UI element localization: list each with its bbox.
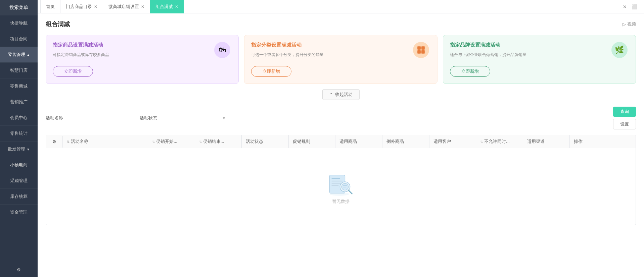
close-window-button[interactable]: ✕ bbox=[621, 3, 629, 10]
tab-wechat-shop[interactable]: 微商城店铺设置 ✕ bbox=[103, 0, 150, 13]
activity-name-input[interactable] bbox=[66, 114, 133, 122]
product-card-icon: 🛍 bbox=[214, 42, 230, 58]
page-header: 组合满减 ▷ 视频 bbox=[46, 20, 636, 28]
th-applicable-goods: 适用商品 bbox=[335, 135, 382, 148]
brand-card-title: 指定品牌设置满减活动 bbox=[450, 42, 629, 48]
th-applicable-channel: 适用渠道 bbox=[523, 135, 570, 148]
product-card: 指定商品设置满减活动 🛍 可指定滞销商品或库存较多商品 立即新增 bbox=[46, 35, 239, 84]
svg-rect-9 bbox=[332, 185, 339, 186]
tab-close-combo-discount[interactable]: ✕ bbox=[175, 4, 178, 9]
th-promo-start[interactable]: ⇅ 促销开始... bbox=[148, 135, 195, 148]
svg-rect-7 bbox=[332, 181, 343, 182]
collapse-activities-button[interactable]: ⌃ 收起活动 bbox=[322, 89, 360, 100]
settings-icon[interactable]: ⚙ bbox=[0, 263, 38, 277]
svg-point-11 bbox=[342, 183, 349, 190]
chevron-down-icon: ▼ bbox=[27, 148, 30, 151]
tab-product-catalog[interactable]: 门店商品目录 ✕ bbox=[60, 0, 103, 13]
product-card-desc: 可指定滞销商品或库存较多商品 bbox=[53, 52, 232, 58]
sidebar-item-retail-mgmt[interactable]: 零售管理 ▲ bbox=[0, 47, 38, 63]
sidebar-item-inventory-calc[interactable]: 库存核算 bbox=[0, 189, 38, 205]
gear-icon: ⚙ bbox=[52, 139, 56, 144]
chevron-up-icon: ▲ bbox=[27, 53, 30, 57]
sidebar-item-fund-mgmt[interactable]: 资金管理 bbox=[0, 205, 38, 220]
brand-card-desc: 适合与上游企业联合做营销，提升品牌销量 bbox=[450, 52, 629, 58]
category-card-icon bbox=[413, 42, 429, 58]
setting-button[interactable]: 设置 bbox=[613, 119, 636, 129]
sidebar-item-retail-mall[interactable]: 零售商城 bbox=[0, 78, 38, 94]
data-table: ⚙ ⇅ 活动名称 ⇅ 促销开始... ⇅ 促销结束... 活动状态 bbox=[46, 135, 636, 225]
tab-close-product-catalog[interactable]: ✕ bbox=[94, 4, 97, 9]
filter-buttons: 查询 设置 bbox=[613, 107, 636, 129]
sidebar-item-xiaochangec[interactable]: 小畅电商 bbox=[0, 157, 38, 173]
page-content: 组合满减 ▷ 视频 指定商品设置满减活动 🛍 可指定滞销商品或库存较多商品 立即… bbox=[38, 13, 644, 277]
filter-row: 活动名称 活动状态 ▼ 查询 设置 bbox=[46, 107, 636, 129]
empty-state: 暂无数据 bbox=[46, 148, 636, 225]
main-area: 首页 门店商品目录 ✕ 微商城店铺设置 ✕ 组合满减 ✕ ✕ ⬜ 组合满减 ▷ … bbox=[38, 0, 644, 277]
th-applicable-customer: 适用客户 bbox=[429, 135, 476, 148]
sidebar-item-wholesale-mgmt[interactable]: 批发管理 ▼ bbox=[0, 142, 38, 157]
th-activity-status: 活动状态 bbox=[242, 135, 289, 148]
empty-illustration bbox=[324, 168, 358, 199]
maximize-window-button[interactable]: ⬜ bbox=[631, 3, 638, 10]
window-controls: ✕ ⬜ bbox=[618, 3, 641, 10]
sidebar-item-smart-store[interactable]: 智慧门店 bbox=[0, 63, 38, 78]
product-card-add-button[interactable]: 立即新增 bbox=[53, 66, 93, 77]
sidebar-item-purchase-mgmt[interactable]: 采购管理 bbox=[0, 173, 38, 189]
filter-name-item: 活动名称 bbox=[46, 114, 133, 122]
sidebar-item-quick-nav[interactable]: 快捷导航 bbox=[0, 15, 38, 31]
page-title: 组合满减 bbox=[46, 20, 70, 28]
svg-line-13 bbox=[349, 190, 352, 194]
sort-icon: ⇅ bbox=[480, 140, 483, 144]
video-link[interactable]: ▷ 视频 bbox=[623, 21, 636, 27]
filter-status-item: 活动状态 ▼ bbox=[140, 114, 227, 122]
activity-name-label: 活动名称 bbox=[46, 115, 63, 121]
th-promo-end[interactable]: ⇅ 促销结束... bbox=[195, 135, 242, 148]
sidebar-item-marketing[interactable]: 营销推广 bbox=[0, 94, 38, 110]
play-icon: ▷ bbox=[623, 22, 626, 27]
sidebar-item-project-contract[interactable]: 项目合同 bbox=[0, 31, 38, 47]
tab-bar: 首页 门店商品目录 ✕ 微商城店铺设置 ✕ 组合满减 ✕ ✕ ⬜ bbox=[38, 0, 644, 13]
th-promo-rule: 促销规则 bbox=[289, 135, 336, 148]
sort-icon: ⇅ bbox=[152, 140, 155, 144]
category-card-desc: 可选一个或者多个分类，提升分类的销量 bbox=[251, 52, 430, 58]
tab-combo-discount[interactable]: 组合满减 ✕ bbox=[150, 0, 184, 13]
th-no-concurrent[interactable]: ⇅ 不允许同时... bbox=[476, 135, 523, 148]
sidebar-search[interactable]: 搜索菜单 bbox=[0, 0, 38, 15]
svg-rect-8 bbox=[332, 183, 341, 184]
activity-status-select-wrapper: ▼ bbox=[160, 114, 227, 122]
brand-card-add-button[interactable]: 立即新增 bbox=[450, 66, 490, 77]
chevron-up-icon: ⌃ bbox=[329, 92, 333, 97]
brand-card: 指定品牌设置满减活动 🌿 适合与上游企业联合做营销，提升品牌销量 立即新增 bbox=[443, 35, 636, 84]
th-gear[interactable]: ⚙ bbox=[46, 136, 63, 148]
activity-status-select[interactable] bbox=[160, 114, 227, 122]
th-operations: 操作 bbox=[570, 135, 636, 148]
svg-rect-1 bbox=[421, 46, 425, 50]
query-button[interactable]: 查询 bbox=[613, 107, 636, 117]
product-card-title: 指定商品设置满减活动 bbox=[53, 42, 232, 48]
th-activity-name[interactable]: ⇅ 活动名称 bbox=[63, 135, 148, 148]
category-card-add-button[interactable]: 立即新增 bbox=[251, 66, 291, 77]
empty-text: 暂无数据 bbox=[332, 199, 350, 205]
sidebar: 搜索菜单 快捷导航 项目合同 零售管理 ▲ 智慧门店 零售商城 营销推广 会员中… bbox=[0, 0, 38, 277]
th-exception-goods: 例外商品 bbox=[382, 135, 429, 148]
cards-row: 指定商品设置满减活动 🛍 可指定滞销商品或库存较多商品 立即新增 指定分类设置满… bbox=[46, 35, 636, 84]
sort-icon: ⇅ bbox=[67, 140, 70, 144]
tab-home[interactable]: 首页 bbox=[40, 0, 60, 13]
table-header: ⚙ ⇅ 活动名称 ⇅ 促销开始... ⇅ 促销结束... 活动状态 bbox=[46, 135, 636, 148]
activity-status-label: 活动状态 bbox=[140, 115, 157, 121]
svg-rect-0 bbox=[417, 46, 421, 50]
collapse-row: ⌃ 收起活动 bbox=[46, 89, 636, 100]
tab-close-wechat-shop[interactable]: ✕ bbox=[141, 4, 144, 9]
brand-card-icon: 🌿 bbox=[611, 42, 628, 58]
svg-rect-2 bbox=[417, 50, 421, 54]
svg-rect-6 bbox=[332, 178, 340, 179]
category-card: 指定分类设置满减活动 可选一个或者多个分类，提升分类的销量 立即新增 bbox=[244, 35, 437, 84]
sidebar-item-retail-stats[interactable]: 零售统计 bbox=[0, 126, 38, 142]
category-card-title: 指定分类设置满减活动 bbox=[251, 42, 430, 48]
svg-rect-3 bbox=[421, 50, 425, 54]
sort-icon: ⇅ bbox=[199, 140, 202, 144]
sidebar-item-member-center[interactable]: 会员中心 bbox=[0, 110, 38, 126]
